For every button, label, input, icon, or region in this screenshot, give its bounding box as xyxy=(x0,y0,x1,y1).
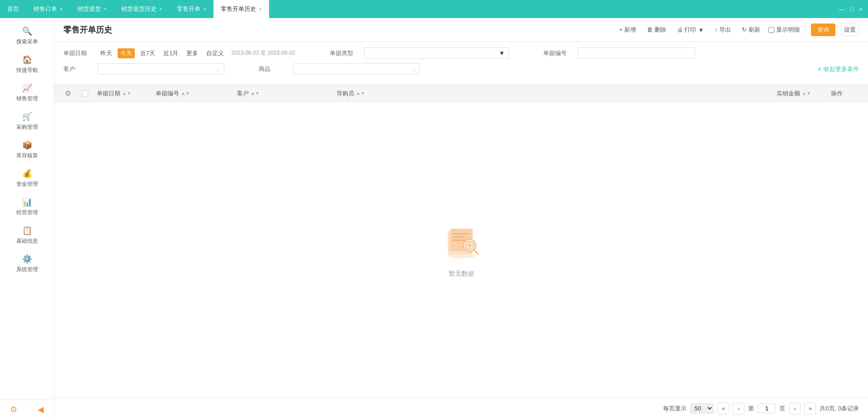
sidebar-settings-button[interactable]: ⚙ xyxy=(10,405,17,414)
table-header: ⚙ 单据日期 ▲▼ 单据编号 ▲▼ 客户 ▲▼ 导购员 xyxy=(54,85,868,102)
query-button[interactable]: 查询 xyxy=(811,24,835,36)
collapse-text: 收起更多条件 xyxy=(824,65,859,73)
th-docno[interactable]: 单据编号 ▲▼ xyxy=(152,89,233,98)
display-detail-checkbox-wrapper[interactable]: 显示明细 xyxy=(768,26,800,34)
tab-sales-order[interactable]: 销售订单 × xyxy=(26,0,70,18)
window-close-button[interactable]: × xyxy=(859,6,863,13)
th-settings[interactable]: ⚙ xyxy=(59,89,77,98)
print-arrow-icon: ▼ xyxy=(698,27,704,33)
operation-icon: 📊 xyxy=(22,197,32,207)
tab-retail-open-close[interactable]: × xyxy=(203,6,206,12)
tab-retail-open-label: 零售开单 xyxy=(177,5,200,13)
tab-sales-return-history-close[interactable]: × xyxy=(159,6,162,12)
th-amount-label: 实销金额 xyxy=(777,89,800,98)
svg-rect-5 xyxy=(452,240,467,241)
filter-row-1: 单据日期 昨天 今天 近7天 近1月 更多 自定义 2023-06-02 至 2… xyxy=(63,47,859,59)
date-btn-last7[interactable]: 近7天 xyxy=(138,48,158,58)
tab-retail-open-history-label: 零售开单历史 xyxy=(221,5,256,13)
sidebar-item-system[interactable]: ⚙️ 系统管理 xyxy=(0,250,54,278)
date-buttons: 昨天 今天 近7天 近1月 更多 自定义 2023-06-02 至 2023-0… xyxy=(98,48,295,58)
last-page-button[interactable]: » xyxy=(804,403,816,414)
settings-gear-icon[interactable]: ⚙ xyxy=(65,89,71,98)
th-docno-sort-icon: ▲▼ xyxy=(181,91,190,96)
refresh-button[interactable]: ↻ 刷新 xyxy=(739,24,763,36)
search-icon: 🔍 xyxy=(22,26,32,36)
base-icon: 📋 xyxy=(22,226,32,235)
collapse-button[interactable]: ∧ 收起更多条件 xyxy=(817,65,859,73)
sidebar-item-base[interactable]: 📋 基础信息 xyxy=(0,221,54,250)
per-page-label: 每页显示 xyxy=(663,405,687,413)
display-detail-checkbox[interactable] xyxy=(768,27,774,33)
sidebar-item-nav[interactable]: 🏠 快捷导航 xyxy=(0,50,54,79)
window-minimize-button[interactable]: — xyxy=(839,6,845,13)
finance-icon: 💰 xyxy=(22,169,32,179)
toolbar: + 新增 🗑 删除 🖨 打印 ▼ ↑ 导出 ↻ 刷新 显示明细 查询 设置 xyxy=(617,24,859,36)
page-label: 第 xyxy=(748,405,754,413)
date-btn-yesterday[interactable]: 昨天 xyxy=(98,48,115,58)
pagination: 每页显示 50 10 20 100 « ‹ 第 页 › » 共0页, 0条记录 xyxy=(54,397,868,419)
sidebar-item-operation[interactable]: 📊 经营管理 xyxy=(0,193,54,221)
table-area: ⚙ 单据日期 ▲▼ 单据编号 ▲▼ 客户 ▲▼ 导购员 xyxy=(54,85,868,397)
date-btn-last1m[interactable]: 近1月 xyxy=(161,48,181,58)
system-icon: ⚙️ xyxy=(22,254,32,264)
sidebar-item-finance-label: 资金管理 xyxy=(16,180,38,188)
tab-sales-return[interactable]: 销货退货 × xyxy=(70,0,114,18)
first-page-button[interactable]: « xyxy=(717,403,729,414)
tab-sales-order-close[interactable]: × xyxy=(60,6,63,12)
settings-button[interactable]: 设置 xyxy=(841,24,859,36)
customer-select[interactable]: ... xyxy=(98,63,224,75)
date-btn-more[interactable]: 更多 xyxy=(184,48,201,58)
th-guide-sort-icon: ▲▼ xyxy=(356,91,365,96)
tab-sales-order-label: 销售订单 xyxy=(33,5,57,13)
th-date[interactable]: 单据日期 ▲▼ xyxy=(93,89,152,98)
date-btn-custom[interactable]: 自定义 xyxy=(204,48,227,58)
doc-no-input[interactable] xyxy=(578,47,695,59)
doc-type-label: 单据类型 xyxy=(330,49,357,57)
date-btn-today[interactable]: 今天 xyxy=(118,48,135,58)
sidebar-bottom: ⚙ ◀ xyxy=(0,400,54,419)
sidebar-item-purchase[interactable]: 🛒 采购管理 xyxy=(0,107,54,136)
tab-retail-open-history-close[interactable]: × xyxy=(259,6,262,12)
next-page-button[interactable]: › xyxy=(789,403,801,414)
sidebar-collapse-button[interactable]: ◀ xyxy=(38,405,44,414)
customer-label: 客户 xyxy=(63,65,90,73)
th-amount-sort-icon: ▲▼ xyxy=(802,91,811,96)
doc-type-select[interactable]: ▼ xyxy=(364,47,509,59)
product-ellipsis: ... xyxy=(411,66,416,72)
th-customer-label: 客户 xyxy=(237,89,249,98)
th-amount[interactable]: 实销金额 ▲▼ xyxy=(773,89,827,98)
window-maximize-button[interactable]: □ xyxy=(850,6,854,13)
th-date-label: 单据日期 xyxy=(97,89,120,98)
tab-sales-return-history-label: 销货退货历史 xyxy=(121,5,157,13)
top-bar: 首页 销售订单 × 销货退货 × 销货退货历史 × 零售开单 × 零售开单历史 … xyxy=(0,0,868,18)
total-text: 共0页, 0条记录 xyxy=(820,405,859,413)
doc-no-label: 单据编号 xyxy=(543,49,570,57)
prev-page-button[interactable]: ‹ xyxy=(733,403,745,414)
tab-retail-open-history[interactable]: 零售开单历史 × xyxy=(213,0,269,18)
page-input[interactable] xyxy=(758,404,776,413)
doc-type-arrow-icon: ▼ xyxy=(499,50,505,56)
per-page-select[interactable]: 50 10 20 100 xyxy=(690,403,714,414)
th-customer-sort-icon: ▲▼ xyxy=(251,91,260,96)
th-customer[interactable]: 客户 ▲▼ xyxy=(233,89,333,98)
tab-retail-open[interactable]: 零售开单 × xyxy=(170,0,213,18)
product-select[interactable]: ... xyxy=(293,63,420,75)
print-button[interactable]: 🖨 打印 ▼ xyxy=(674,24,707,36)
th-checkbox[interactable] xyxy=(77,90,93,97)
th-guide[interactable]: 导购员 ▲▼ xyxy=(333,89,387,98)
sidebar-item-sales-label: 销售管理 xyxy=(16,95,38,103)
sidebar-item-inventory[interactable]: 📦 库存核算 xyxy=(0,136,54,164)
tab-sales-return-history[interactable]: 销货退货历史 × xyxy=(114,0,170,18)
header-checkbox[interactable] xyxy=(82,90,88,97)
svg-rect-4 xyxy=(452,236,465,238)
sidebar-item-finance[interactable]: 💰 资金管理 xyxy=(0,164,54,193)
sidebar-item-search[interactable]: 🔍 搜索采单 xyxy=(0,22,54,50)
export-button[interactable]: ↑ 导出 xyxy=(712,24,734,36)
delete-button[interactable]: 🗑 删除 xyxy=(644,24,669,36)
page-suffix: 页 xyxy=(779,405,785,413)
add-button[interactable]: + 新增 xyxy=(617,24,639,36)
sidebar-item-sales[interactable]: 📈 销售管理 xyxy=(0,79,54,107)
tab-home[interactable]: 首页 xyxy=(0,0,26,18)
main-layout: 🔍 搜索采单 🏠 快捷导航 📈 销售管理 🛒 采购管理 📦 库存核算 💰 资金管… xyxy=(0,18,868,419)
tab-sales-return-close[interactable]: × xyxy=(104,6,107,12)
